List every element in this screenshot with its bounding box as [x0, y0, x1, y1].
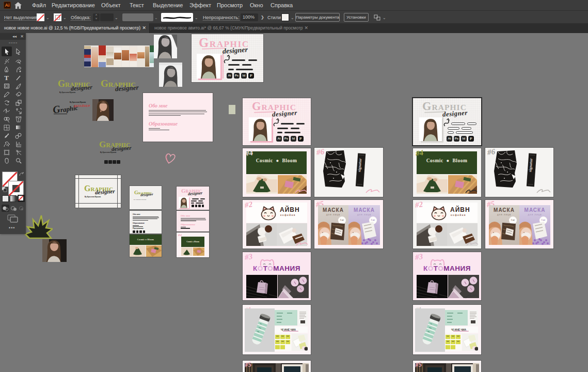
svg-text:signatur: signatur: [528, 158, 533, 172]
svg-text:signatur: signatur: [357, 158, 362, 172]
